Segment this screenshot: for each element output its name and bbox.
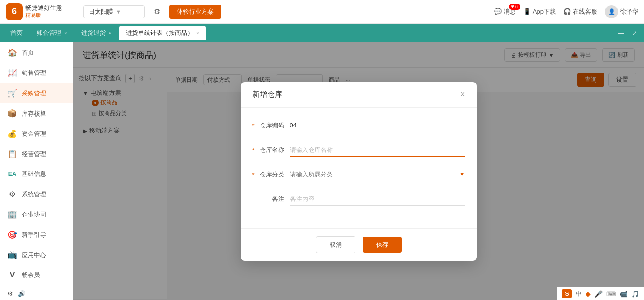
tab-home[interactable]: 首页: [4, 26, 29, 40]
form-row-remark: 备注: [252, 192, 465, 206]
sidebar-inventory-label: 库存核算: [22, 109, 46, 118]
warehouse-category-select-wrap: ▼: [290, 168, 465, 181]
app-download-item[interactable]: 📱 App下载: [523, 8, 556, 16]
tab-home-label: 首页: [10, 29, 23, 37]
home-icon: 🏠: [8, 48, 17, 57]
tab-purchase-return-label: 进货退货: [81, 29, 106, 37]
category-dropdown-arrow: ▼: [459, 171, 465, 178]
system-icon: ⚙: [8, 190, 17, 199]
user-item[interactable]: 👤 徐泽华: [605, 5, 638, 18]
tab-expand-icon[interactable]: ⤢: [629, 27, 640, 39]
sidebar-purchase-label: 采购管理: [22, 89, 46, 98]
top-header: 6 畅捷通好生意 精易版 日太阳膜 ▼ ⚙ 体验行业方案 💬 消息 99+ 📱 …: [0, 0, 644, 24]
footer-camera-icon[interactable]: 📹: [619, 290, 627, 298]
footer-mic-icon[interactable]: 🎤: [594, 290, 603, 298]
footer-music-icon[interactable]: 🎵: [631, 290, 639, 298]
sidebar-item-home[interactable]: 🏠 首页: [0, 42, 73, 63]
notification-badge: 99+: [509, 4, 520, 10]
header-right: 💬 消息 99+ 📱 App下载 🎧 在线客服 👤 徐泽华: [494, 5, 638, 18]
modal-overlay: 新增仓库 × 仓库编码 仓库名称 仓库: [73, 42, 644, 300]
sidebar-item-app-center[interactable]: 📺 应用中心: [0, 245, 73, 265]
sidebar-sales-label: 销售管理: [22, 69, 46, 77]
store-selector[interactable]: 日太阳膜 ▼: [83, 5, 145, 18]
app-version: 精易版: [25, 12, 62, 19]
form-label-remark: 备注: [252, 195, 290, 203]
tab-minimize-icon[interactable]: —: [615, 27, 627, 39]
tab-account-close[interactable]: ×: [64, 30, 67, 36]
sidebar-item-operations[interactable]: 📋 经营管理: [0, 144, 73, 164]
form-label-name: 仓库名称: [252, 146, 290, 154]
vip-icon: V: [8, 271, 17, 279]
footer-bar: S 中 ◆ 🎤 ⌨ 📹 🎵: [557, 287, 644, 300]
store-name: 日太阳膜: [89, 8, 113, 16]
notification-item[interactable]: 💬 消息 99+: [494, 8, 516, 16]
store-dropdown-arrow: ▼: [116, 9, 121, 15]
sidebar-item-guide[interactable]: 🎯 新手引导: [0, 225, 73, 245]
sidebar: 🏠 首页 📈 销售管理 🛒 采购管理 📦 库存核算 💰 资金管理 📋 经营管理 …: [0, 42, 73, 300]
warehouse-code-input[interactable]: [290, 119, 465, 132]
sidebar-item-enterprise[interactable]: 🏢 企业协同: [0, 204, 73, 225]
settings-icon[interactable]: ⚙: [149, 4, 165, 19]
message-icon: 💬: [494, 8, 502, 15]
sidebar-item-finance[interactable]: 💰 资金管理: [0, 124, 73, 144]
warehouse-remark-input[interactable]: [290, 192, 465, 206]
app-download-label: App下载: [533, 8, 556, 16]
sidebar-item-purchase[interactable]: 🛒 采购管理: [0, 83, 73, 103]
avatar: 👤: [605, 5, 618, 18]
sidebar-bottom: ⚙ 🔊: [0, 285, 73, 300]
logo-area: 6 畅捷通好生意 精易版: [6, 3, 79, 20]
modal-header: 新增仓库 ×: [241, 82, 477, 108]
modal-close-button[interactable]: ×: [460, 90, 465, 99]
operations-icon: 📋: [8, 150, 17, 158]
sidebar-sound-icon[interactable]: 🔊: [18, 290, 25, 297]
tab-account[interactable]: 账套管理 ×: [30, 26, 74, 40]
sidebar-guide-label: 新手引导: [22, 231, 46, 239]
modal-title: 新增仓库: [252, 90, 282, 100]
trial-button[interactable]: 体验行业方案: [169, 5, 221, 19]
sidebar-enterprise-label: 企业协同: [22, 210, 46, 219]
sidebar-finance-label: 资金管理: [22, 130, 46, 138]
online-service-item[interactable]: 🎧 在线客服: [563, 8, 597, 16]
sidebar-item-inventory[interactable]: 📦 库存核算: [0, 103, 73, 124]
sidebar-item-basic-info[interactable]: EA 基础信息: [0, 164, 73, 184]
tab-purchase-stats[interactable]: 进货单统计表（按商品） ×: [119, 26, 206, 40]
footer-zh-icon: 中: [576, 290, 582, 298]
headset-icon: 🎧: [563, 8, 571, 15]
tab-purchase-stats-close[interactable]: ×: [196, 30, 199, 36]
warehouse-category-input[interactable]: [290, 171, 459, 178]
modal-footer: 取消 保存: [241, 228, 477, 261]
tab-controls: — ⤢: [615, 27, 640, 39]
form-row-code: 仓库编码: [252, 119, 465, 132]
online-service-label: 在线客服: [573, 8, 597, 16]
tab-purchase-return-close[interactable]: ×: [108, 30, 111, 36]
sidebar-app-center-label: 应用中心: [22, 251, 46, 259]
app-center-icon: 📺: [8, 250, 17, 259]
app-logo: 6: [6, 3, 23, 20]
tab-purchase-return[interactable]: 进货退货 ×: [74, 26, 118, 40]
phone-icon: 📱: [523, 8, 531, 15]
sidebar-operations-label: 经营管理: [22, 150, 46, 158]
tab-bar: 首页 账套管理 × 进货退货 × 进货单统计表（按商品） × — ⤢: [0, 24, 644, 42]
sales-icon: 📈: [8, 68, 17, 77]
guide-icon: 🎯: [8, 230, 17, 239]
footer-keyboard-icon[interactable]: ⌨: [606, 290, 616, 298]
footer-dot-icon: ◆: [586, 290, 591, 298]
enterprise-icon: 🏢: [8, 210, 17, 219]
save-button[interactable]: 保存: [363, 237, 402, 253]
sidebar-home-label: 首页: [22, 49, 34, 57]
cancel-button[interactable]: 取消: [316, 236, 355, 253]
sidebar-item-vip[interactable]: V 畅会员: [0, 265, 73, 285]
sidebar-item-sales[interactable]: 📈 销售管理: [0, 63, 73, 83]
sidebar-item-system[interactable]: ⚙ 系统管理: [0, 184, 73, 204]
modal-body: 仓库编码 仓库名称 仓库分类 ▼: [241, 108, 477, 228]
inventory-icon: 📦: [8, 109, 17, 118]
form-row-name: 仓库名称: [252, 143, 465, 157]
tab-account-label: 账套管理: [37, 29, 61, 37]
sidebar-vip-label: 畅会员: [22, 271, 40, 279]
warehouse-name-input[interactable]: [290, 143, 465, 157]
main-layout: 🏠 首页 📈 销售管理 🛒 采购管理 📦 库存核算 💰 资金管理 📋 经营管理 …: [0, 42, 644, 300]
username: 徐泽华: [620, 8, 638, 16]
form-label-code: 仓库编码: [252, 121, 290, 130]
form-label-category: 仓库分类: [252, 170, 290, 179]
sidebar-settings-icon[interactable]: ⚙: [8, 290, 13, 297]
